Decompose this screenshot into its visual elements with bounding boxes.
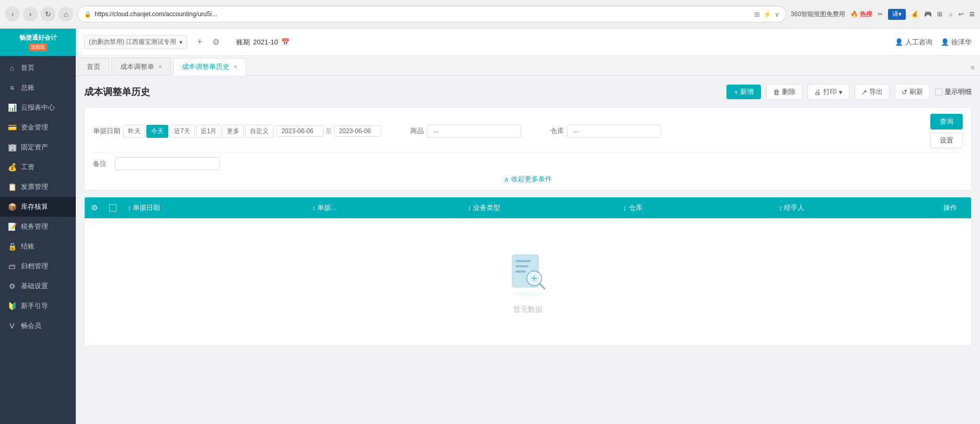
- sidebar-item-ledger[interactable]: ≡ 总账: [0, 78, 76, 98]
- th-type[interactable]: ↕ 业务类型: [463, 203, 618, 213]
- th-operator[interactable]: ↕ 经手人: [774, 203, 929, 213]
- close-page-button[interactable]: ×: [965, 61, 980, 75]
- remark-input[interactable]: [115, 157, 220, 170]
- archive-icon: 🗃: [7, 262, 17, 270]
- query-button[interactable]: 查询: [930, 114, 963, 129]
- date-btn-yesterday[interactable]: 昨天: [123, 125, 145, 138]
- date-btn-7days[interactable]: 近7天: [169, 125, 195, 138]
- export-icon: ↗: [861, 88, 867, 96]
- inventory-icon: 📦: [7, 203, 17, 211]
- sidebar-item-reports[interactable]: 📊 云报表中心: [0, 98, 76, 117]
- th-operator-label: ↕ 经手人: [779, 203, 804, 213]
- top-bar-right: 👤 人工咨询 👤 徐泽华: [895, 38, 972, 47]
- sidebar-item-settings[interactable]: ⚙ 基础设置: [0, 276, 76, 296]
- wallet-icon[interactable]: 💰: [911, 10, 919, 18]
- browser-controls: ‹ › ↻ ⌂: [5, 7, 73, 21]
- home-button[interactable]: ⌂: [59, 7, 73, 21]
- calendar-icon[interactable]: 📅: [281, 38, 290, 46]
- sidebar-label-payroll: 工资: [21, 162, 34, 172]
- warehouse-select-button[interactable]: ···: [567, 125, 661, 138]
- sidebar-item-funds[interactable]: 💳 资金管理: [0, 117, 76, 137]
- guide-icon: 🔰: [7, 302, 17, 310]
- show-columns-toggle[interactable]: 显示明细: [935, 87, 972, 97]
- select-all-checkbox-icon[interactable]: [109, 204, 117, 211]
- back-button[interactable]: ‹: [5, 7, 20, 21]
- main-content: (勿删勿禁用) 江西服宝测试专用 ▾ + ⚙ 账期 2021-10 📅 👤 人工…: [76, 29, 980, 424]
- date-btn-more[interactable]: 更多: [222, 125, 244, 138]
- product-select-button[interactable]: ···: [427, 125, 521, 138]
- add-tab-button[interactable]: +: [193, 36, 206, 49]
- sidebar-item-invoices[interactable]: 📋 发票管理: [0, 177, 76, 197]
- th-num[interactable]: ↕ 单据...: [307, 203, 463, 213]
- service-button[interactable]: 👤 人工咨询: [895, 38, 932, 47]
- sidebar: 畅捷通好会计 旗舰版 ⌂ 首页 ≡ 总账 📊 云报表中心 💳 资金管理 🏢: [0, 29, 76, 424]
- sidebar-item-fixed-assets[interactable]: 🏢 固定资产: [0, 137, 76, 157]
- th-date[interactable]: ↕ 单据日期: [122, 203, 307, 213]
- table-select-all-checkbox[interactable]: [103, 204, 122, 211]
- tab-cost-adjust[interactable]: 成本调整单 ×: [111, 57, 171, 75]
- settings-gear-icon[interactable]: ⚙: [212, 37, 220, 47]
- sidebar-item-archive[interactable]: 🗃 归档管理: [0, 256, 76, 276]
- menu-icon[interactable]: ≡: [969, 9, 975, 20]
- filter-settings-button[interactable]: 设置: [930, 133, 963, 148]
- th-warehouse-label: ↕ 仓库: [624, 203, 642, 213]
- filter-divider: [93, 152, 963, 153]
- new-button[interactable]: + 新增: [727, 85, 761, 99]
- period-value: 2021-10: [253, 38, 278, 46]
- date-btn-custom[interactable]: 自定义: [245, 125, 273, 138]
- table-gear-button[interactable]: ⚙: [87, 201, 101, 215]
- sidebar-item-tax[interactable]: 📝 税务管理: [0, 217, 76, 237]
- svg-rect-2: [515, 260, 531, 262]
- remark-label: 备注: [93, 159, 107, 169]
- date-btn-today[interactable]: 今天: [146, 125, 168, 138]
- tab-cost-adjust-close[interactable]: ×: [158, 63, 162, 70]
- date-from-input[interactable]: [276, 125, 324, 137]
- fixed-assets-icon: 🏢: [7, 143, 17, 151]
- sidebar-item-closing[interactable]: 🔒 结账: [0, 237, 76, 256]
- date-btn-1month[interactable]: 近1月: [196, 125, 222, 138]
- th-warehouse[interactable]: ↕ 仓库: [618, 203, 774, 213]
- tab-cost-adjust-label: 成本调整单: [120, 62, 154, 72]
- tab-cost-adjust-history-close[interactable]: ×: [234, 63, 237, 70]
- sidebar-label-archive: 归档管理: [21, 262, 48, 271]
- export-button[interactable]: ↗ 导出: [855, 84, 890, 100]
- table-settings-icon[interactable]: ⚙: [85, 201, 103, 215]
- translate-btn[interactable]: 译▾: [888, 9, 906, 20]
- date-separator: 至: [326, 127, 332, 136]
- show-columns-checkbox[interactable]: [935, 88, 942, 96]
- collapse-filter-button[interactable]: ∧ 收起更多条件: [504, 174, 552, 184]
- search-label: 360智能抠图免费用: [791, 10, 845, 19]
- grid-icon[interactable]: ⊞: [937, 10, 942, 18]
- hot-search-icon: 🔥 热搜: [850, 10, 872, 19]
- refresh-button[interactable]: ↺ 刷新: [895, 84, 930, 100]
- filter-row-1: 单据日期 昨天 今天 近7天 近1月 更多 自定义 至: [93, 114, 963, 148]
- refresh-button[interactable]: ↻: [41, 7, 55, 21]
- print-dropdown-icon: ▾: [839, 88, 843, 96]
- forward-button[interactable]: ›: [23, 7, 38, 21]
- sidebar-item-guide[interactable]: 🔰 新手引导: [0, 296, 76, 316]
- address-bar[interactable]: 🔒 https://cloud.chanjet.com/accounting/u…: [77, 6, 787, 22]
- scissors-icon[interactable]: ✂: [878, 10, 883, 18]
- th-date-label: ↕ 单据日期: [128, 203, 160, 213]
- tab-cost-adjust-history[interactable]: 成本调整单历史 ×: [173, 58, 246, 76]
- company-selector[interactable]: (勿删勿禁用) 江西服宝测试专用 ▾: [84, 35, 187, 49]
- game-icon[interactable]: 🎮: [924, 10, 932, 18]
- print-button[interactable]: 🖨 打印 ▾: [808, 84, 849, 100]
- svg-rect-4: [515, 270, 526, 273]
- sun-icon[interactable]: ☼: [948, 10, 953, 18]
- payroll-icon: 💰: [7, 163, 17, 171]
- page-header: 成本调整单历史 + 新增 🗑 删除 🖨 打印 ▾: [84, 84, 972, 100]
- undo-icon[interactable]: ↩: [959, 10, 964, 18]
- sidebar-label-fixed-assets: 固定资产: [21, 143, 48, 152]
- tab-home[interactable]: 首页: [78, 57, 109, 75]
- sidebar-item-payroll[interactable]: 💰 工资: [0, 157, 76, 177]
- delete-button[interactable]: 🗑 删除: [766, 84, 802, 100]
- user-avatar-icon: 👤: [941, 38, 949, 46]
- sidebar-item-inventory[interactable]: 📦 库存核算: [0, 197, 76, 217]
- date-to-input[interactable]: [334, 125, 381, 137]
- sidebar-item-home[interactable]: ⌂ 首页: [0, 58, 76, 78]
- sidebar-item-membership[interactable]: V 畅会员: [0, 316, 76, 336]
- user-profile-button[interactable]: 👤 徐泽华: [941, 38, 972, 47]
- show-columns-label: 显示明细: [944, 87, 972, 97]
- product-filter: 商品 ···: [410, 125, 521, 138]
